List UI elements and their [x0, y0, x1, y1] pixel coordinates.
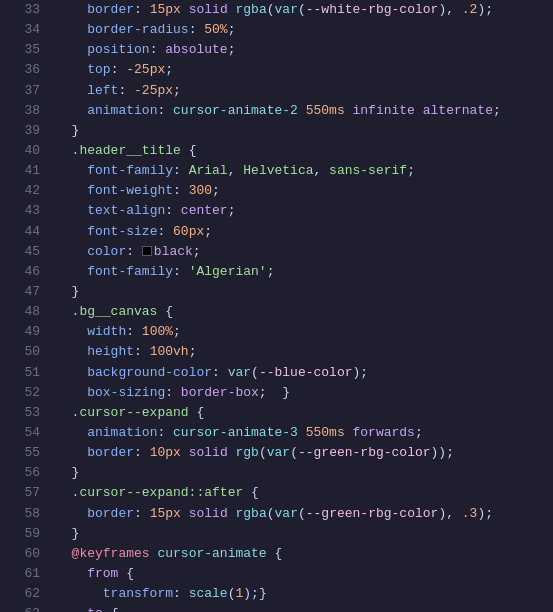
token: rgba — [236, 2, 267, 17]
token: var — [267, 445, 290, 460]
token — [181, 2, 189, 17]
line-number: 38 — [8, 101, 40, 121]
code-line: 59 } — [0, 524, 553, 544]
line-content: font-size: 60px; — [56, 222, 212, 242]
token: .cursor--expand::after — [56, 485, 243, 500]
token: text-align — [87, 203, 165, 218]
token: } — [56, 465, 79, 480]
line-number: 51 — [8, 363, 40, 383]
token: from — [87, 566, 118, 581]
line-content: border-radius: 50%; — [56, 20, 235, 40]
token: cursor-animate-2 — [173, 103, 298, 118]
token: -25px — [126, 62, 165, 77]
line-content: .bg__canvas { — [56, 302, 173, 322]
token: : — [157, 103, 173, 118]
code-line: 51 background-color: var(--blue-color); — [0, 363, 553, 383]
token — [181, 445, 189, 460]
code-line: 36 top: -25px; — [0, 60, 553, 80]
token: ( — [267, 2, 275, 17]
line-content: background-color: var(--blue-color); — [56, 363, 368, 383]
token: ; — [173, 83, 181, 98]
code-line: 54 animation: cursor-animate-3 550ms for… — [0, 423, 553, 443]
token: 'Algerian' — [189, 264, 267, 279]
token: ; — [212, 183, 220, 198]
line-number: 41 — [8, 161, 40, 181]
code-line: 43 text-align: center; — [0, 201, 553, 221]
code-line: 62 transform: scale(1);} — [0, 584, 553, 604]
token: { — [267, 546, 283, 561]
code-line: 52 box-sizing: border-box; } — [0, 383, 553, 403]
line-number: 46 — [8, 262, 40, 282]
line-number: 48 — [8, 302, 40, 322]
token: ; — [193, 244, 201, 259]
token: --green-rbg-color — [306, 506, 439, 521]
token: 300 — [189, 183, 212, 198]
token: border — [87, 506, 134, 521]
code-line: 48 .bg__canvas { — [0, 302, 553, 322]
token: ( — [298, 506, 306, 521]
code-line: 56 } — [0, 463, 553, 483]
token: background-color — [87, 365, 212, 380]
code-line: 63 to { — [0, 604, 553, 612]
line-content: animation: cursor-animate-2 550ms infini… — [56, 101, 501, 121]
token: .3 — [462, 506, 478, 521]
line-number: 57 — [8, 483, 40, 503]
token: font-weight — [87, 183, 173, 198]
token: } — [56, 284, 79, 299]
token: )); — [431, 445, 454, 460]
line-content: color: black; — [56, 242, 201, 262]
token — [415, 103, 423, 118]
token: : — [111, 62, 127, 77]
line-number: 59 — [8, 524, 40, 544]
token: ( — [267, 506, 275, 521]
token: var — [275, 506, 298, 521]
token: Arial — [189, 163, 228, 178]
token: @keyframes — [56, 546, 150, 561]
token: : — [134, 2, 150, 17]
code-line: 49 width: 100%; — [0, 322, 553, 342]
token: ); — [477, 506, 493, 521]
line-content: } — [56, 524, 79, 544]
line-content: font-family: 'Algerian'; — [56, 262, 274, 282]
code-line: 39 } — [0, 121, 553, 141]
line-number: 34 — [8, 20, 40, 40]
token: animation — [87, 103, 157, 118]
token: : — [173, 163, 189, 178]
token: color — [87, 244, 126, 259]
token: cursor-animate — [157, 546, 266, 561]
token: { — [181, 143, 197, 158]
token: ; — [165, 62, 173, 77]
line-number: 53 — [8, 403, 40, 423]
token — [228, 445, 236, 460]
line-number: 62 — [8, 584, 40, 604]
code-line: 58 border: 15px solid rgba(var(--green-r… — [0, 504, 553, 524]
token: cursor-animate-3 — [173, 425, 298, 440]
line-number: 56 — [8, 463, 40, 483]
line-content: box-sizing: border-box; } — [56, 383, 290, 403]
token: alternate — [423, 103, 493, 118]
token: -25px — [134, 83, 173, 98]
token: .bg__canvas — [56, 304, 157, 319]
token: scale — [189, 586, 228, 601]
token: { — [243, 485, 259, 500]
token: 10px — [150, 445, 181, 460]
token: ; } — [259, 385, 290, 400]
line-content: width: 100%; — [56, 322, 181, 342]
line-content: to { — [56, 604, 118, 612]
token: left — [87, 83, 118, 98]
line-content: border: 15px solid rgba(var(--green-rbg-… — [56, 504, 493, 524]
line-number: 35 — [8, 40, 40, 60]
line-number: 58 — [8, 504, 40, 524]
token: black — [154, 244, 193, 259]
line-content: } — [56, 463, 79, 483]
token — [345, 103, 353, 118]
token — [228, 2, 236, 17]
line-number: 63 — [8, 604, 40, 612]
token: solid — [189, 445, 228, 460]
token — [228, 506, 236, 521]
color-swatch — [142, 246, 152, 256]
token: ), — [438, 506, 461, 521]
line-number: 54 — [8, 423, 40, 443]
line-content: top: -25px; — [56, 60, 173, 80]
line-number: 45 — [8, 242, 40, 262]
